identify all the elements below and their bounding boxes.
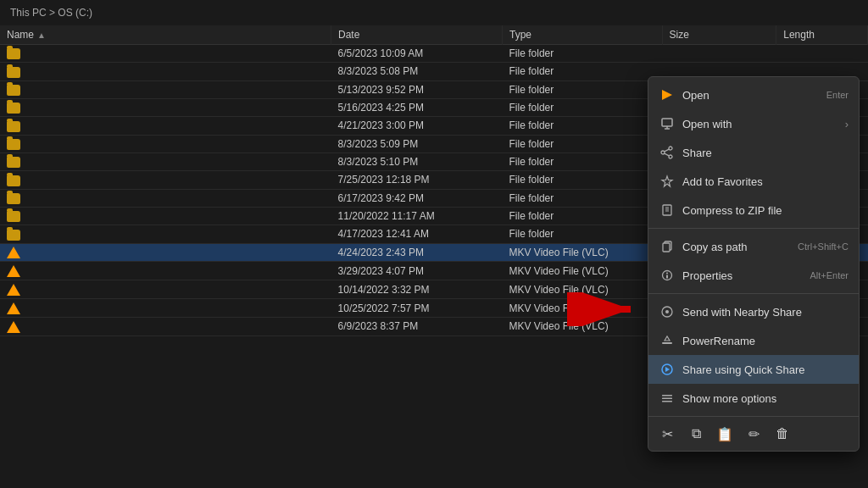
context-menu-item-quick-share[interactable]: Share using Quick Share [648, 355, 859, 384]
icon-quick-share [659, 361, 676, 378]
icon-open [659, 86, 676, 103]
label-powerrename: PowerRename [682, 335, 849, 347]
col-header-type[interactable]: Type [503, 25, 663, 45]
folder-icon [7, 230, 20, 241]
label-copy-path: Copy as path [682, 241, 798, 253]
file-name [0, 117, 331, 135]
table-row[interactable]: 6/5/2023 10:09 AM File folder [0, 45, 868, 63]
shortcut-open: Enter [826, 90, 849, 100]
file-date: 8/3/2023 5:09 PM [331, 135, 503, 152]
breadcrumb: This PC > OS (C:) [0, 0, 868, 25]
context-menu: Open Enter Open with › Share Add to Favo… [648, 76, 860, 452]
icon-properties [659, 267, 676, 284]
context-menu-item-compress[interactable]: Compress to ZIP file [648, 196, 859, 225]
label-share: Share [682, 147, 849, 159]
file-date: 10/25/2022 7:57 PM [331, 299, 503, 318]
file-name [0, 243, 331, 262]
context-menu-bottom-actions: ✂ ⧉ 📋 ✏ 🗑 [648, 420, 859, 447]
file-date: 5/16/2023 4:25 PM [331, 98, 503, 116]
file-date: 3/29/2023 4:07 PM [331, 262, 503, 280]
file-name [0, 98, 331, 116]
red-arrow-indicator [567, 292, 643, 329]
copy-icon[interactable]: ⧉ [687, 425, 704, 442]
label-nearby-share: Send with Nearby Share [682, 306, 849, 319]
icon-copy-path [659, 238, 676, 255]
submenu-arrow-open-with: › [845, 118, 849, 130]
context-menu-item-powerrename[interactable]: PowerRename [648, 326, 859, 355]
svg-rect-25 [662, 401, 672, 402]
icon-compress [659, 202, 676, 219]
context-menu-item-copy-path[interactable]: Copy as path Ctrl+Shift+C [648, 232, 859, 261]
svg-rect-21 [662, 342, 672, 344]
svg-line-8 [665, 153, 669, 156]
file-type: File folder [503, 80, 663, 98]
context-menu-item-open[interactable]: Open Enter [648, 80, 859, 109]
svg-rect-10 [663, 205, 671, 215]
icon-more-options [659, 390, 676, 407]
context-menu-item-nearby-share[interactable]: Send with Nearby Share [648, 297, 859, 326]
col-header-name[interactable]: Name ▲ [0, 25, 331, 45]
file-length [776, 45, 868, 63]
file-date: 4/21/2023 3:00 PM [331, 117, 503, 135]
file-name [0, 207, 331, 225]
file-type: MKV Video File (VLC) [503, 262, 663, 280]
svg-marker-9 [662, 176, 672, 186]
icon-open-with [659, 115, 676, 132]
icon-nearby-share [659, 303, 676, 320]
file-date: 4/17/2023 12:41 AM [331, 225, 503, 243]
file-type: File folder [503, 135, 663, 152]
file-name [0, 45, 331, 63]
label-properties: Properties [682, 269, 810, 282]
svg-line-7 [665, 149, 669, 152]
context-menu-item-open-with[interactable]: Open with › [648, 109, 859, 138]
rename-icon[interactable]: ✏ [745, 425, 762, 442]
label-open-with: Open with [682, 118, 842, 130]
label-quick-share: Share using Quick Share [682, 363, 849, 376]
svg-marker-0 [662, 90, 672, 100]
cut-icon[interactable]: ✂ [659, 425, 676, 442]
folder-icon [7, 175, 20, 186]
folder-icon [7, 67, 20, 78]
folder-icon [7, 48, 20, 59]
file-date: 6/9/2023 8:37 PM [331, 317, 503, 336]
context-menu-item-properties[interactable]: Properties Alt+Enter [648, 261, 859, 290]
vlc-icon [7, 265, 20, 277]
file-type: File folder [503, 117, 663, 135]
delete-icon[interactable]: 🗑 [774, 425, 791, 442]
file-date: 10/14/2022 3:32 PM [331, 280, 503, 299]
label-more-options: Show more options [682, 392, 849, 405]
svg-rect-15 [663, 243, 670, 252]
file-date: 4/24/2023 2:43 PM [331, 243, 503, 262]
col-header-date[interactable]: Date [331, 25, 503, 45]
paste-icon[interactable]: 📋 [716, 425, 733, 442]
file-name [0, 317, 331, 336]
file-name [0, 280, 331, 299]
svg-rect-24 [662, 398, 672, 400]
file-type: File folder [503, 63, 663, 80]
shortcut-properties: Alt+Enter [810, 270, 849, 280]
file-type: MKV Video File (VLC) [503, 243, 663, 262]
file-date: 8/3/2023 5:08 PM [331, 63, 503, 80]
folder-icon [7, 211, 20, 222]
col-header-size[interactable]: Size [662, 25, 776, 45]
file-type: File folder [503, 189, 663, 207]
folder-icon [7, 103, 20, 114]
svg-point-6 [669, 155, 672, 158]
label-favorites: Add to Favorites [682, 175, 849, 188]
icon-powerrename [659, 332, 676, 349]
context-menu-item-share[interactable]: Share [648, 138, 859, 167]
icon-favorites [659, 173, 676, 190]
col-header-length[interactable]: Length [776, 25, 868, 45]
context-menu-item-favorites[interactable]: Add to Favorites [648, 167, 859, 196]
file-name [0, 135, 331, 152]
context-menu-item-more-options[interactable]: Show more options [648, 384, 859, 413]
svg-point-5 [661, 151, 665, 154]
label-compress: Compress to ZIP file [682, 204, 849, 217]
shortcut-copy-path: Ctrl+Shift+C [798, 241, 849, 252]
svg-rect-18 [666, 275, 668, 279]
file-type: File folder [503, 171, 663, 189]
folder-icon [7, 157, 20, 168]
file-type: File folder [503, 207, 663, 225]
vlc-icon [7, 321, 20, 333]
file-name [0, 80, 331, 98]
